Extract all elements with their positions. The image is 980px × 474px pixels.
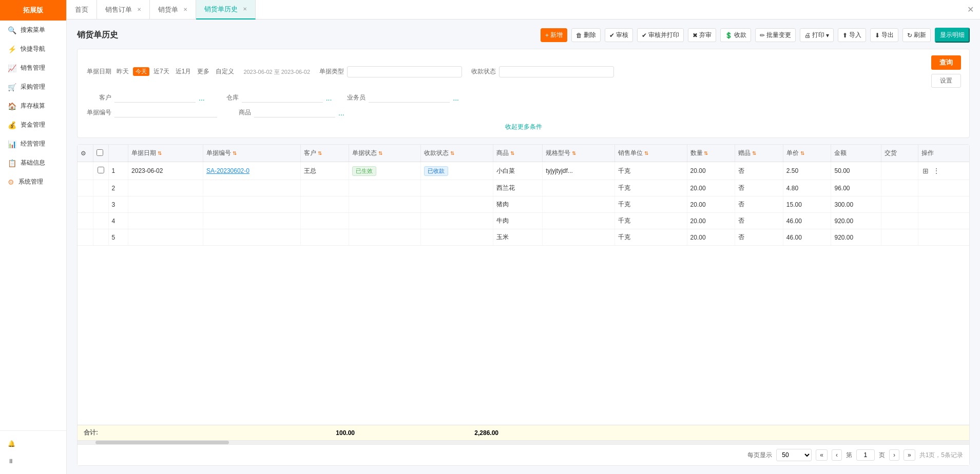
tab-sales-goods[interactable]: 销货单 ✕ [150, 0, 196, 19]
display-detail-button[interactable]: 显示明细 [935, 28, 970, 43]
tab-home[interactable]: 首页 [67, 0, 97, 19]
sidebar-item-search-menu[interactable]: 🔍 搜索菜单 [0, 21, 66, 40]
prev-page-btn[interactable]: ‹ [832, 449, 842, 461]
last-page-btn[interactable]: » [904, 449, 915, 461]
audit-button[interactable]: ✔ 审核 [605, 28, 633, 42]
sidebar-item-system-mgmt[interactable]: ⚙ 系统管理 [0, 172, 66, 191]
sidebar-item-finance[interactable]: 💰 资金管理 [0, 115, 66, 134]
row-goods: 西兰花 [493, 180, 543, 196]
page-size-select[interactable]: 50 20 100 [776, 449, 812, 461]
date-custom[interactable]: 自定义 [214, 67, 236, 76]
col-doc-no[interactable]: 单据编号 [203, 145, 300, 162]
col-spec[interactable]: 规格型号 [543, 145, 615, 162]
warehouse-input[interactable] [242, 93, 323, 103]
col-goods[interactable]: 商品 [493, 145, 543, 162]
col-gift[interactable]: 赠品 [735, 145, 783, 162]
col-doc-status[interactable]: 单据状态 [349, 145, 421, 162]
sidebar-item-operations[interactable]: 📊 经营管理 [0, 134, 66, 153]
batch-change-button[interactable]: ✏ 批量变更 [755, 28, 796, 42]
add-button[interactable]: + 新增 [541, 28, 567, 42]
select-all-checkbox[interactable] [97, 149, 103, 156]
row-no: 3 [108, 196, 128, 213]
setting-button[interactable]: 设置 [931, 74, 961, 88]
date-yesterday[interactable]: 昨天 [114, 67, 131, 76]
goods-input[interactable] [254, 108, 335, 117]
row-doc-no[interactable]: SA-20230602-0 [203, 162, 300, 180]
row-doc-status [349, 213, 421, 229]
collect-label: 收款 [734, 31, 746, 40]
col-qty[interactable]: 数量 [687, 145, 735, 162]
export-button[interactable]: ⬇ 导出 [870, 28, 898, 42]
action-more-btn[interactable]: ⋮ [932, 166, 941, 176]
scrollbar-thumb[interactable] [95, 441, 229, 444]
col-collect-status[interactable]: 收款状态 [421, 145, 493, 162]
col-checkbox[interactable] [93, 145, 108, 162]
col-settings[interactable]: ⚙ [78, 145, 93, 162]
row-collect-status [421, 180, 493, 196]
sidebar-item-basic-info[interactable]: 📋 基础信息 [0, 153, 66, 172]
customer-ellipsis[interactable]: ... [199, 94, 205, 102]
audit-print-button[interactable]: ✔ 审核并打印 [637, 28, 684, 42]
sidebar-item-inventory[interactable]: 🏠 库存核算 [0, 96, 66, 115]
sidebar-logo: 拓展版 [0, 0, 66, 21]
goods-ellipsis[interactable]: ... [338, 109, 344, 117]
horizontal-scrollbar[interactable] [78, 440, 969, 444]
col-row-no [108, 145, 128, 162]
date-7days[interactable]: 近7天 [151, 67, 171, 76]
date-today[interactable]: 今天 [133, 67, 149, 76]
sidebar-item-sales-mgmt[interactable]: 📈 销售管理 [0, 58, 66, 77]
row-doc-no[interactable] [203, 213, 300, 229]
tab-sales-history[interactable]: 销货单历史 ✕ [196, 0, 256, 19]
close-sales-order-icon[interactable]: ✕ [137, 7, 141, 12]
doc-no-link[interactable]: SA-20230602-0 [206, 167, 249, 174]
col-unit[interactable]: 销售单位 [614, 145, 687, 162]
action-edit-btn[interactable]: ⊞ [921, 166, 930, 176]
print-button[interactable]: 🖨 打印 ▾ [800, 28, 834, 42]
row-price: 4.80 [783, 180, 831, 196]
doc-type-select[interactable] [347, 66, 462, 77]
col-price[interactable]: 单价 [783, 145, 831, 162]
salesperson-filter: 业务员 ... [340, 93, 459, 103]
abandon-button[interactable]: ✖ 弃审 [688, 28, 716, 42]
col-customer[interactable]: 客户 [301, 145, 349, 162]
row-doc-no[interactable] [203, 229, 300, 246]
row-checkbox[interactable] [98, 167, 104, 173]
salesperson-input[interactable] [369, 93, 450, 103]
row-settings-cell [78, 162, 93, 180]
date-more[interactable]: 更多 [195, 67, 212, 76]
current-page-input[interactable] [856, 449, 875, 461]
row-no: 5 [108, 229, 128, 246]
sidebar-bottom-pause[interactable]: ⏸ [0, 452, 66, 470]
abandon-label: 弃审 [699, 31, 712, 40]
delete-button[interactable]: 🗑 删除 [571, 28, 601, 42]
collect-status-select-wrapper [499, 66, 614, 77]
collapse-btn[interactable]: 收起更多条件 [505, 123, 542, 130]
collect-button[interactable]: 💲 收款 [720, 28, 751, 42]
warehouse-ellipsis[interactable]: ... [326, 94, 332, 102]
tab-sales-order[interactable]: 销售订单 ✕ [97, 0, 150, 19]
import-button[interactable]: ⬆ 导入 [838, 28, 866, 42]
sidebar-bottom-notify[interactable]: 🔔 [0, 435, 66, 452]
doc-type-label: 单据类型 [318, 67, 344, 76]
collect-status-select[interactable] [499, 66, 614, 77]
row-doc-no[interactable] [203, 196, 300, 213]
refresh-button[interactable]: ↻ 刷新 [902, 28, 931, 42]
date-1month[interactable]: 近1月 [174, 67, 194, 76]
doc-no-input[interactable] [114, 108, 217, 117]
salesperson-ellipsis[interactable]: ... [453, 94, 459, 102]
close-sales-goods-icon[interactable]: ✕ [183, 7, 187, 12]
next-page-btn[interactable]: › [889, 449, 899, 461]
sidebar-item-quick-nav[interactable]: ⚡ 快捷导航 [0, 40, 66, 58]
col-doc-date[interactable]: 单据日期 [128, 145, 203, 162]
row-no: 4 [108, 213, 128, 229]
row-action [918, 229, 969, 246]
col-amount: 金额 [831, 145, 881, 162]
query-button[interactable]: 查询 [931, 55, 961, 70]
customer-input[interactable] [114, 93, 196, 103]
close-all-tabs-button[interactable]: ✕ [961, 5, 980, 14]
close-sales-history-icon[interactable]: ✕ [243, 6, 247, 12]
sidebar-item-purchase-mgmt[interactable]: 🛒 采购管理 [0, 77, 66, 96]
row-no: 1 [108, 162, 128, 180]
first-page-btn[interactable]: « [816, 449, 828, 461]
row-doc-no[interactable] [203, 180, 300, 196]
